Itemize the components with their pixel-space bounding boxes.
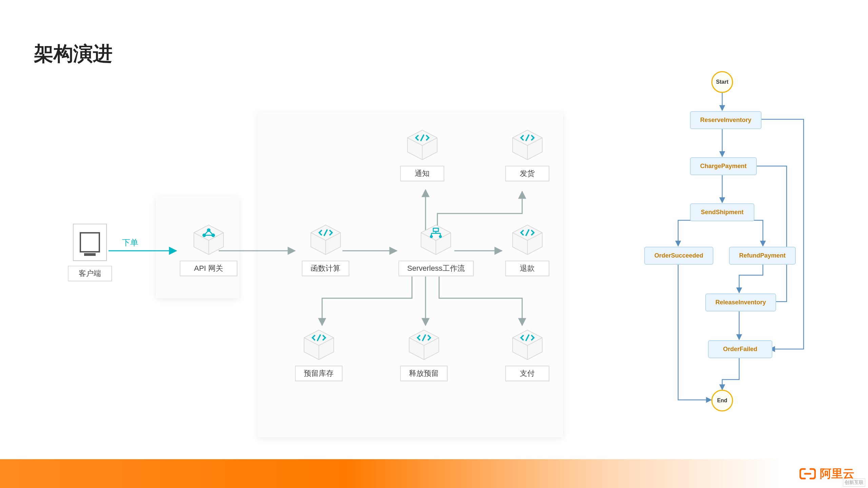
page-title: 架构演进: [34, 41, 113, 67]
cube-icon: [303, 329, 335, 361]
pay-node: 支付: [505, 329, 549, 381]
ship-node: 发货: [505, 129, 549, 181]
api-gateway-label: API 网关: [180, 261, 237, 276]
refund-label: 退款: [505, 261, 549, 276]
footer-bar: [0, 459, 868, 488]
flow-order-success: OrderSucceeded: [644, 247, 713, 265]
client-label: 客户端: [68, 266, 112, 281]
cube-icon: [310, 224, 342, 256]
workflow-label: Serverless工作流: [398, 261, 474, 276]
flow-start: Start: [711, 71, 733, 93]
notify-label: 通知: [400, 166, 444, 181]
watermark: 创新互联: [843, 479, 865, 487]
fn-compute-node: 函数计算: [302, 224, 349, 276]
flow-end: End: [711, 390, 733, 411]
ship-label: 发货: [505, 166, 549, 181]
flow-send: SendShipment: [690, 203, 754, 221]
cube-icon: [193, 224, 225, 256]
api-gateway-node: API 网关: [180, 224, 237, 276]
cube-icon: [420, 224, 452, 256]
release-reserve-label: 释放预留: [400, 366, 448, 381]
flowchart: Start ReserveInventory ChargePayment Sen…: [627, 68, 817, 424]
cube-icon: [511, 129, 544, 161]
reserve-stock-label: 预留库存: [295, 366, 342, 381]
flow-release-inv: ReleaseInventory: [705, 293, 776, 311]
flow-reserve: ReserveInventory: [690, 111, 762, 129]
release-reserve-node: 释放预留: [400, 329, 448, 381]
refund-node: 退款: [505, 224, 549, 276]
cube-icon: [406, 129, 438, 161]
flow-order-failed: OrderFailed: [708, 340, 772, 358]
flow-charge: ChargePayment: [690, 157, 757, 175]
flow-refund-pay: RefundPayment: [729, 247, 796, 265]
fn-compute-label: 函数计算: [302, 261, 349, 276]
pay-label: 支付: [505, 366, 549, 381]
cube-icon: [511, 224, 544, 256]
reserve-stock-node: 预留库存: [295, 329, 342, 381]
cube-icon: [511, 329, 544, 361]
monitor-icon: [73, 224, 107, 261]
cube-icon: [408, 329, 440, 361]
client-node: 客户端: [68, 224, 112, 281]
svg-point-24: [431, 236, 433, 238]
workflow-node: Serverless工作流: [398, 224, 474, 276]
notify-node: 通知: [400, 129, 444, 181]
svg-point-25: [439, 236, 441, 238]
edge-order-label: 下单: [122, 237, 138, 248]
